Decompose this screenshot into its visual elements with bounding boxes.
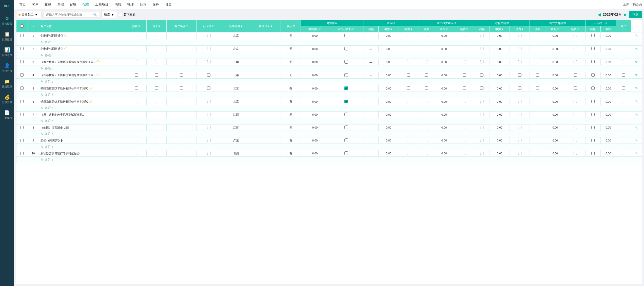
row-vat-pay[interactable]: [419, 137, 434, 144]
city-report-checkbox[interactable]: [463, 113, 466, 116]
row-select[interactable]: [16, 85, 28, 92]
row-wansui[interactable]: [196, 112, 221, 118]
chaosui-checkbox[interactable]: [135, 152, 138, 155]
next-month-button[interactable]: ▶: [624, 12, 627, 17]
row-vat-report[interactable]: [399, 98, 419, 105]
vat-report-checkbox[interactable]: [407, 60, 410, 63]
city-pay-checkbox[interactable]: [480, 47, 483, 50]
edu-pay-checkbox[interactable]: [536, 126, 539, 129]
edu-pay-checkbox[interactable]: [536, 86, 539, 90]
nav-operation[interactable]: 经营: [137, 0, 149, 9]
local-report-checkbox[interactable]: [574, 100, 577, 103]
row-fin-year[interactable]: [329, 46, 363, 52]
city-report-checkbox[interactable]: [463, 34, 466, 37]
row-checkbox[interactable]: [20, 100, 24, 103]
vat-pay-checkbox[interactable]: [425, 60, 428, 63]
row-fin-year[interactable]: [329, 59, 363, 65]
client-name-cell[interactable]: 勿删|新锐网络通信 ⓘ: [39, 32, 126, 39]
row-city-pay[interactable]: [474, 124, 490, 131]
local-pay-checkbox[interactable]: [591, 100, 595, 103]
city-report-checkbox[interactable]: [463, 60, 466, 63]
client-name-cell[interactable]: （库存核算）直播畅捷通信息技术股份有限... ⓘ: [39, 59, 126, 65]
row-stamp-report[interactable]: [616, 112, 631, 118]
note-cell[interactable]: ✎ 备注：: [39, 131, 642, 137]
row-local-report[interactable]: [565, 85, 585, 92]
row-checkbox[interactable]: [20, 86, 24, 90]
chaosui-checkbox[interactable]: [135, 100, 138, 103]
row-local-pay[interactable]: [585, 150, 601, 157]
row-stamp-report[interactable]: [616, 59, 631, 65]
qingka-checkbox[interactable]: [155, 47, 158, 50]
note-cell[interactable]: ✎ 备注：: [39, 65, 642, 72]
row-qingka[interactable]: [146, 98, 166, 105]
stamp-report-checkbox[interactable]: [622, 47, 625, 50]
wansui-checkbox[interactable]: [207, 100, 210, 103]
row-select[interactable]: [16, 124, 28, 131]
client-name-cell[interactable]: （库存核算）直播畅捷通信息技术股份有限... ⓘ: [39, 72, 126, 79]
sidebar-item-piliang-baoshui[interactable]: 📋 批量报税: [0, 28, 14, 44]
edu-report-checkbox[interactable]: [518, 47, 521, 50]
row-local-report[interactable]: [565, 124, 585, 131]
row-wansui[interactable]: [196, 46, 221, 52]
wansui-checkbox[interactable]: [207, 126, 210, 129]
edu-pay-checkbox[interactable]: [536, 60, 539, 63]
vat-pay-checkbox[interactable]: [425, 126, 428, 129]
search-icon[interactable]: 🔍: [93, 13, 97, 16]
vat-report-checkbox[interactable]: [407, 152, 410, 155]
row-city-report[interactable]: [454, 124, 474, 131]
row-confirm[interactable]: [167, 98, 196, 105]
vat-report-checkbox[interactable]: [407, 113, 410, 116]
row-stamp-report[interactable]: [616, 98, 631, 105]
chaosui-checkbox[interactable]: [135, 139, 138, 142]
th-vat-pay[interactable]: 缴费▼: [399, 26, 419, 32]
row-select[interactable]: [16, 72, 28, 79]
confirm-checkbox[interactable]: [180, 73, 183, 77]
row-checkbox[interactable]: [20, 60, 24, 63]
confirm-checkbox[interactable]: [180, 113, 183, 116]
row-edu-pay[interactable]: [530, 137, 545, 144]
row-vat-pay[interactable]: [419, 98, 434, 105]
select-all-checkbox[interactable]: [20, 24, 24, 28]
row-vat-pay[interactable]: [419, 59, 434, 65]
row-checkbox[interactable]: [20, 47, 24, 50]
fin-year-checkbox[interactable]: [344, 73, 348, 77]
row-chaosui[interactable]: [126, 98, 146, 105]
nav-message[interactable]: 消息: [111, 0, 124, 9]
fin-year-checkbox[interactable]: [344, 138, 348, 142]
row-local-pay[interactable]: [585, 32, 601, 39]
row-stamp-report[interactable]: [616, 85, 631, 92]
row-stamp-report[interactable]: [616, 46, 631, 52]
edit-icon[interactable]: ✎: [635, 152, 638, 155]
note-cell[interactable]: ✎ 备注：: [39, 105, 642, 112]
row-wansui[interactable]: [196, 72, 221, 79]
client-name-cell[interactable]: 2013（陶美芳勿删）: [39, 137, 126, 144]
local-report-checkbox[interactable]: [574, 73, 577, 77]
row-edu-report[interactable]: [510, 150, 530, 157]
local-pay-checkbox[interactable]: [591, 86, 595, 90]
row-edu-report[interactable]: [510, 98, 530, 105]
row-city-pay[interactable]: [474, 46, 490, 52]
stamp-report-checkbox[interactable]: [622, 86, 625, 90]
qingka-checkbox[interactable]: [155, 152, 158, 155]
note-cell[interactable]: ✎ 备注：: [39, 118, 642, 124]
edu-pay-checkbox[interactable]: [536, 113, 539, 116]
search-input[interactable]: [46, 13, 92, 16]
sidebar-item-huisuan-qingjiao[interactable]: 💰 汇算清缴: [0, 91, 14, 107]
confirm-checkbox[interactable]: [180, 34, 183, 37]
sidebar-item-baoshui-jilu[interactable]: 📁 报税记录: [0, 76, 14, 91]
local-pay-checkbox[interactable]: [591, 113, 595, 116]
row-wansui[interactable]: [196, 85, 221, 92]
qingka-checkbox[interactable]: [155, 113, 158, 116]
row-confirm[interactable]: [167, 85, 196, 92]
fin-year-checkbox[interactable]: [344, 60, 348, 64]
client-name-cell[interactable]: 畅捷通信息技术股份有限公司民非测试 ⓘ: [39, 85, 126, 92]
edit-icon[interactable]: ✎: [635, 113, 638, 117]
confirm-checkbox[interactable]: [180, 152, 183, 155]
vat-pay-checkbox[interactable]: [425, 100, 428, 103]
stamp-report-checkbox[interactable]: [622, 73, 625, 77]
chaosui-checkbox[interactable]: [135, 126, 138, 129]
sidebar-item-baoshui-shezhi[interactable]: ⚙ 报税设置: [0, 13, 14, 28]
local-pay-checkbox[interactable]: [591, 152, 595, 155]
local-pay-checkbox[interactable]: [591, 73, 595, 77]
row-city-report[interactable]: [454, 32, 474, 39]
